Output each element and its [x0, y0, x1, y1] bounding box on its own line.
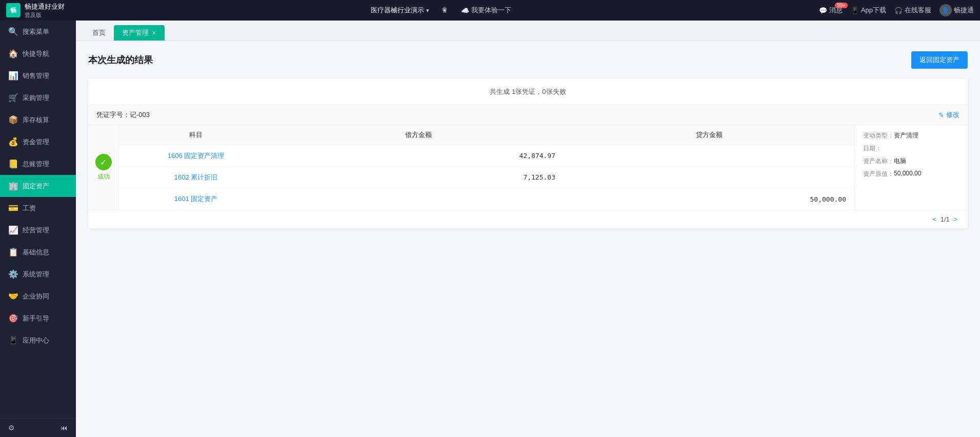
cell-credit-2: 50,000.00	[564, 188, 854, 210]
home-icon: 🏠	[8, 49, 18, 58]
pagination-info: 1/1	[938, 215, 951, 223]
result-summary: 共生成 1张凭证，0张失败	[88, 79, 968, 105]
sidebar: 🔍 搜索菜单 🏠 快捷导航 📊 销售管理 🛒 采购管理 📦 库存核算 💰 资金管…	[0, 21, 76, 437]
side-panel-change-type: 变动类型： 资产清理	[863, 131, 959, 140]
voucher-table: 科目 借方金额 贷方金额 1606 固定资产清理 42,874.97 1602 …	[119, 125, 855, 210]
sidebar-item-collaboration[interactable]: 🤝 企业协同	[0, 285, 76, 307]
headset-icon: 🎧	[894, 7, 903, 14]
trending-icon: 📈	[8, 225, 18, 235]
edit-button[interactable]: ✎ 修改	[938, 110, 959, 120]
trial-button[interactable]: ☁️ 我要体验一下	[456, 4, 516, 17]
cell-debit-2	[273, 188, 564, 210]
sidebar-item-fixed-assets[interactable]: 🏢 固定资产	[0, 175, 76, 197]
tab-asset-mgmt[interactable]: 资产管理 ✕	[114, 25, 165, 41]
return-button[interactable]: 返回固定资产	[911, 51, 968, 69]
sidebar-item-label: 采购管理	[23, 93, 49, 103]
sidebar-item-label: 企业协同	[23, 292, 49, 301]
content-area: 首页 资产管理 ✕ 本次生成的结果 返回固定资产 共生成 1张凭证，0张失败 凭…	[76, 21, 980, 437]
top-header: 畅 畅捷通好业财 普及版 医疗器械行业演示 ▾ ☁️ 我要体验一下 💬 消息 9…	[0, 0, 980, 21]
date-label: 日期：	[863, 144, 894, 153]
mobile-icon: 📱	[8, 335, 18, 345]
success-icon: ✓	[95, 154, 112, 170]
sidebar-item-guide[interactable]: 🎯 新手引导	[0, 307, 76, 329]
sidebar-item-label: 新手引导	[23, 314, 49, 323]
book-icon: 📒	[8, 159, 18, 169]
app-info: 畅捷通好业财 普及版	[25, 2, 65, 19]
settings-button[interactable]	[437, 3, 452, 17]
app-download-button[interactable]: 📱 App下载	[851, 6, 886, 15]
user-menu[interactable]: 👤 畅捷通	[939, 4, 974, 16]
customer-service-button[interactable]: 🎧 在线客服	[894, 6, 931, 15]
col-header-debit: 借方金额	[273, 125, 564, 145]
cell-debit-1: 7,125.03	[273, 167, 564, 188]
change-type-value: 资产清理	[894, 131, 918, 140]
messages-badge: 99+	[835, 3, 848, 8]
edit-icon: ✎	[938, 111, 944, 119]
sidebar-item-operations[interactable]: 📈 经营管理	[0, 219, 76, 241]
settings-footer-button[interactable]: ⚙	[8, 424, 15, 432]
chevron-down-icon: ▾	[426, 7, 429, 14]
app-download-label: App下载	[861, 6, 886, 15]
change-type-label: 变动类型：	[863, 131, 894, 140]
sidebar-item-finance[interactable]: 💰 资金管理	[0, 131, 76, 153]
result-card: 共生成 1张凭证，0张失败 凭证字号：记-003 ✎ 修改 ✓ 成功	[88, 79, 968, 228]
page-title: 本次生成的结果	[88, 54, 153, 66]
sidebar-item-inventory[interactable]: 📦 库存核算	[0, 109, 76, 131]
username: 畅捷通	[954, 6, 974, 15]
download-icon: 📱	[851, 7, 859, 14]
cell-subject-0: 1606 固定资产清理	[119, 145, 273, 166]
top-right-controls: 💬 消息 99+ 📱 App下载 🎧 在线客服 👤 畅捷通	[819, 4, 974, 16]
tab-close-icon[interactable]: ✕	[152, 30, 156, 36]
cell-subject-2: 1601 固定资产	[119, 188, 273, 210]
money-icon: 💰	[8, 137, 18, 147]
sidebar-item-system[interactable]: ⚙️ 系统管理	[0, 263, 76, 285]
sidebar-item-sales[interactable]: 📊 销售管理	[0, 65, 76, 87]
status-text: 成功	[97, 172, 110, 181]
collapse-sidebar-button[interactable]: ⏮	[61, 424, 68, 432]
customer-service-label: 在线客服	[905, 6, 931, 15]
sidebar-item-label: 系统管理	[23, 270, 49, 279]
target-icon: 🎯	[8, 313, 18, 323]
voucher-header: 凭证字号：记-003 ✎ 修改	[88, 105, 968, 125]
col-header-credit: 贷方金额	[564, 125, 854, 145]
app-edition: 普及版	[25, 11, 65, 19]
sidebar-item-label: 快捷导航	[23, 49, 49, 58]
cell-credit-0	[564, 145, 854, 166]
sidebar-item-label: 工资	[23, 204, 36, 213]
tab-home[interactable]: 首页	[84, 25, 114, 41]
original-value-label: 资产原值：	[863, 170, 894, 178]
sidebar-item-quick-nav[interactable]: 🏠 快捷导航	[0, 43, 76, 65]
messages-button[interactable]: 💬 消息 99+	[819, 6, 843, 15]
sidebar-item-payroll[interactable]: 💳 工资	[0, 197, 76, 219]
prev-page-button[interactable]: <	[931, 215, 939, 223]
sidebar-item-label: 搜索菜单	[23, 27, 49, 36]
tab-bar: 首页 资产管理 ✕	[76, 21, 980, 41]
voucher-side-panel: 变动类型： 资产清理 日期： 资产名称： 电脑	[855, 125, 968, 210]
sidebar-item-purchase[interactable]: 🛒 采购管理	[0, 87, 76, 109]
sidebar-item-label: 基础信息	[23, 248, 49, 257]
sidebar-item-label: 资金管理	[23, 137, 49, 147]
handshake-icon: 🤝	[8, 291, 18, 301]
cell-debit-0: 42,874.97	[273, 145, 564, 166]
cell-credit-1	[564, 167, 854, 188]
sidebar-item-app-center[interactable]: 📱 应用中心	[0, 329, 76, 351]
company-selector[interactable]: 医疗器械行业演示 ▾	[367, 4, 433, 17]
cell-subject-1: 1602 累计折旧	[119, 167, 273, 188]
voucher-number: 凭证字号：记-003	[96, 110, 150, 120]
asset-name-label: 资产名称：	[863, 157, 894, 166]
app-branding: 畅 畅捷通好业财 普及版	[6, 2, 65, 19]
sidebar-item-search[interactable]: 🔍 搜索菜单	[0, 21, 76, 43]
card-icon: 💳	[8, 203, 18, 213]
chart-icon: 📊	[8, 71, 18, 81]
sidebar-item-label: 销售管理	[23, 71, 49, 81]
next-page-button[interactable]: >	[951, 215, 959, 223]
page-content: 本次生成的结果 返回固定资产 共生成 1张凭证，0张失败 凭证字号：记-003 …	[76, 41, 980, 437]
sidebar-item-basics[interactable]: 📋 基础信息	[0, 241, 76, 263]
sidebar-item-label: 总账管理	[23, 160, 49, 169]
page-header: 本次生成的结果 返回固定资产	[88, 51, 968, 69]
sidebar-item-ledger[interactable]: 📒 总账管理	[0, 153, 76, 175]
table-row: 1602 累计折旧 7,125.03	[119, 167, 854, 188]
app-logo-icon: 畅	[6, 3, 21, 17]
message-icon: 💬	[819, 7, 827, 14]
side-panel-asset-name: 资产名称： 电脑	[863, 157, 959, 166]
